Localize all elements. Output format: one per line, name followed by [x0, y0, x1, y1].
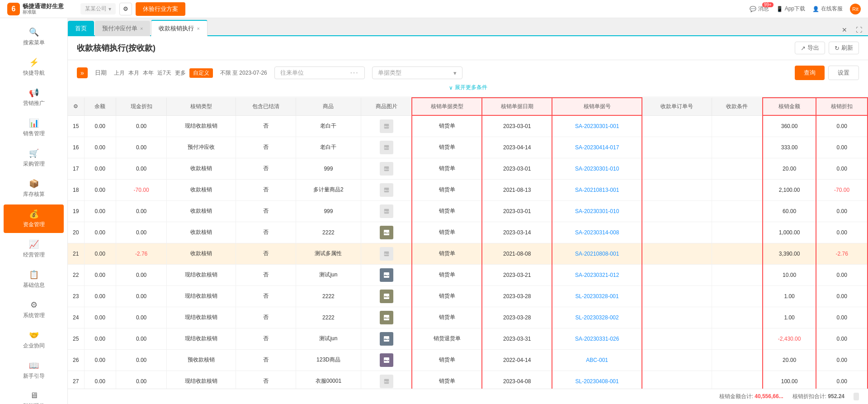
date-more[interactable]: 更多	[175, 69, 186, 77]
cell-id: 26	[68, 349, 84, 371]
date-7days[interactable]: 近7天	[157, 69, 171, 77]
cell-product-img	[361, 371, 412, 389]
product-image-default[interactable]	[380, 119, 393, 133]
cell-cash-discount: 0.00	[116, 349, 167, 371]
product-image[interactable]	[380, 332, 393, 346]
bill-no-link[interactable]: SA-20230414-017	[575, 144, 619, 151]
sidebar-label-inventory: 库存核算	[23, 190, 45, 198]
tab-expand-button[interactable]: ⛶	[854, 24, 864, 35]
bill-no-link[interactable]: SA-20230301-010	[575, 208, 619, 214]
sidebar-item-operation[interactable]: 📈 经营管理	[4, 235, 64, 263]
cell-bill-no[interactable]: SA-20230414-017	[552, 137, 642, 158]
settings-button[interactable]: ⚙	[119, 3, 132, 15]
cell-bill-no[interactable]: SA-20230301-010	[552, 200, 642, 222]
cell-bill-no[interactable]: SL-20230408-001	[552, 371, 642, 389]
sidebar-item-inventory[interactable]: 📦 库存核算	[4, 174, 64, 203]
product-image[interactable]	[380, 226, 393, 239]
th-bill-date: 核销单据日期	[482, 98, 552, 115]
cell-product: 2222	[296, 307, 361, 328]
filter-settings-button[interactable]: 设置	[828, 66, 859, 80]
tab-verify[interactable]: 收款核销执行 ×	[151, 20, 207, 36]
product-image[interactable]	[380, 268, 393, 282]
date-this-month[interactable]: 本月	[128, 69, 139, 77]
date-this-year[interactable]: 本年	[143, 69, 154, 77]
bill-no-link[interactable]: SL-20230328-001	[576, 293, 619, 299]
cell-amount: 20.00	[763, 158, 816, 179]
user-avatar[interactable]: Rit	[850, 4, 861, 14]
bill-type-label: 单据类型	[378, 69, 401, 77]
party-selector[interactable]: 往来单位 ···	[274, 67, 365, 79]
cell-verify-type: 现结收款核销	[167, 285, 236, 307]
online-service-button[interactable]: 👤 在线客服	[812, 5, 843, 13]
cell-bill-no[interactable]: SA-20230314-008	[552, 222, 642, 243]
industry-button[interactable]: 休验行业方案	[136, 2, 185, 16]
tab-home[interactable]: 首页	[68, 21, 94, 36]
cell-bill-no[interactable]: SA-20230331-026	[552, 328, 642, 349]
bill-no-link[interactable]: SA-20230321-012	[575, 272, 619, 278]
filter-area: » 日期 上月 本月 本年 近7天 更多 自定义 不限 至 2023-07-26…	[68, 60, 868, 97]
bill-no-link[interactable]: SA-20210808-001	[575, 251, 619, 257]
date-last-month[interactable]: 上月	[114, 69, 125, 77]
product-image-default[interactable]	[380, 204, 393, 218]
filter-expand-button[interactable]: »	[77, 67, 88, 78]
product-image[interactable]	[380, 353, 393, 367]
sidebar-item-basic[interactable]: 📋 基础信息	[4, 265, 64, 294]
bill-no-link[interactable]: SL-20230328-002	[576, 314, 619, 321]
cell-bill-no[interactable]: SL-20230328-002	[552, 307, 642, 328]
company-selector[interactable]: 某某公司 ▾	[80, 3, 116, 14]
sidebar-item-sales[interactable]: 📊 销售管理	[4, 114, 64, 142]
sidebar-item-purchase[interactable]: 🛒 采购管理	[4, 144, 64, 172]
product-image[interactable]	[380, 311, 393, 324]
sidebar-item-system[interactable]: ⚙ 系统管理	[4, 295, 64, 324]
bill-no-link[interactable]: SA-20230331-026	[575, 336, 619, 342]
date-custom[interactable]: 自定义	[189, 68, 213, 78]
tab-prepay[interactable]: 预付冲应付单 ×	[95, 21, 150, 36]
cell-bill-type: 销货单	[412, 243, 482, 264]
export-button[interactable]: ↗ 导出	[795, 42, 825, 54]
bill-no-link[interactable]: SL-20230408-001	[576, 378, 619, 385]
cell-bill-no[interactable]: SA-20210808-001	[552, 243, 642, 264]
cell-pay-condition	[712, 371, 763, 389]
sidebar-item-finance[interactable]: 💰 资金管理	[4, 204, 64, 233]
tab-close-all-button[interactable]: ✕	[839, 24, 850, 35]
cell-id: 24	[68, 307, 84, 328]
sidebar-item-collab[interactable]: 🤝 企业协同	[4, 326, 64, 354]
product-image-default[interactable]	[380, 375, 393, 388]
app-download-button[interactable]: 📱 App下载	[776, 5, 805, 13]
refresh-button[interactable]: ↻ 刷新	[829, 42, 859, 54]
product-image-default[interactable]	[380, 162, 393, 176]
message-button[interactable]: 💬 消息 99+	[750, 5, 769, 13]
product-image-default[interactable]	[380, 247, 393, 261]
cell-bill-no[interactable]: SA-20230301-010	[552, 158, 642, 179]
cell-verify-type: 预付冲应收	[167, 137, 236, 158]
bill-no-link[interactable]: SA-20230314-008	[575, 229, 619, 236]
cell-amount: 60.00	[763, 200, 816, 222]
sidebar-item-marketing[interactable]: 📢 营销推广	[4, 83, 64, 112]
cell-bill-no[interactable]: SL-20230328-001	[552, 285, 642, 307]
bill-no-link[interactable]: SA-20230301-001	[575, 123, 619, 129]
bill-no-link[interactable]: ABC-001	[586, 357, 608, 363]
sidebar-item-search[interactable]: 🔍 搜索菜单	[4, 23, 64, 51]
bill-no-link[interactable]: SA-20210813-001	[575, 187, 619, 193]
query-button[interactable]: 查询	[795, 66, 825, 80]
bill-type-selector[interactable]: 单据类型 ▾	[372, 67, 462, 79]
product-image[interactable]	[380, 290, 393, 303]
tab-verify-close[interactable]: ×	[197, 26, 199, 31]
cell-product: 衣服00001	[296, 371, 361, 389]
tab-prepay-close[interactable]: ×	[140, 26, 143, 31]
expand-more-button[interactable]: ∨ 展开更多条件	[77, 84, 859, 91]
cell-bill-no[interactable]: SA-20230301-001	[552, 115, 642, 137]
sidebar-item-guide[interactable]: 📖 新手引导	[4, 356, 64, 385]
cell-bill-no[interactable]: ABC-001	[552, 349, 642, 371]
cell-bill-no[interactable]: SA-20230321-012	[552, 264, 642, 285]
cell-included: 否	[236, 328, 296, 349]
product-image-default[interactable]	[380, 183, 393, 197]
sidebar-item-quicknav[interactable]: ⚡ 快捷导航	[4, 53, 64, 81]
product-image-default[interactable]	[380, 141, 393, 154]
sidebar-item-hardware[interactable]: 🖥 智能硬件	[4, 386, 64, 404]
scroll-indicator[interactable]	[854, 393, 859, 400]
cell-bill-no[interactable]: SA-20210813-001	[552, 179, 642, 200]
cell-bill-type: 销货单	[412, 222, 482, 243]
bill-no-link[interactable]: SA-20230301-010	[575, 166, 619, 172]
sales-icon: 📊	[29, 118, 39, 128]
